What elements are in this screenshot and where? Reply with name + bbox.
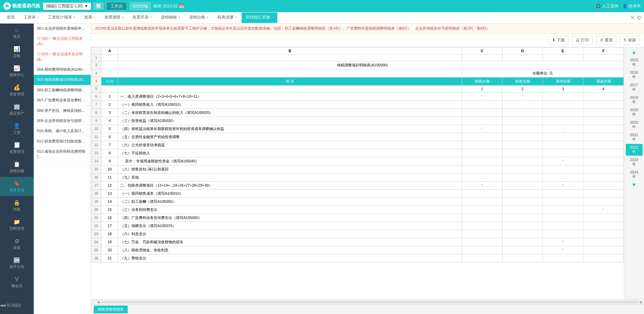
cell-project[interactable]: （八）税收滞纳金、加收利息: [118, 246, 462, 254]
left-panel-item-001[interactable]: 001-企业所得税年度纳税申...: [34, 24, 91, 34]
cell-hangci[interactable]: 18: [101, 230, 118, 238]
tab-income-tax[interactable]: 所得税汇算缴 ×: [242, 12, 277, 23]
cell-hangci[interactable]: 19: [101, 238, 118, 246]
period-selector[interactable]: 账期 2023-02 📅: [153, 3, 184, 9]
download-button[interactable]: ⬇ 下载: [548, 36, 569, 45]
cell-project[interactable]: （一）视同销售成本（填写A105010）: [118, 189, 462, 197]
cell-project[interactable]: （九）其他: [118, 173, 462, 181]
user-avatar[interactable]: 👤 徐泽华: [622, 3, 641, 9]
cell-d[interactable]: [502, 246, 543, 254]
cell[interactable]: [462, 54, 502, 61]
cell-f[interactable]: [583, 117, 624, 125]
year-item-2021[interactable]: 2021年: [626, 131, 643, 143]
cell-project[interactable]: （三）投资收益（填写A105030）: [118, 117, 462, 125]
cell-f[interactable]: [583, 173, 624, 181]
tab-inbound-check[interactable]: 进销稽核 ×: [157, 12, 184, 23]
cell-f[interactable]: [583, 214, 624, 222]
sidebar-item-vip[interactable]: V 畅会员: [0, 273, 34, 292]
copy-button[interactable]: ⬜: [94, 3, 103, 9]
cell-project[interactable]: （七）罚金、罚款和被没收财物的损失: [118, 238, 462, 246]
left-panel-item-004[interactable]: 004-期间费用明细表(A1040...: [34, 65, 91, 75]
cell-d[interactable]: [502, 206, 543, 214]
cell-f[interactable]: [583, 149, 624, 157]
left-panel-item-006[interactable]: 006-职工薪酬纳税调整明细...: [34, 85, 91, 95]
tab-close-income-tax[interactable]: ×: [271, 15, 273, 19]
cell-project[interactable]: （三）业务招待费支出: [118, 206, 462, 214]
cell-d[interactable]: [502, 141, 543, 149]
cell-c[interactable]: [462, 189, 502, 197]
cell-d[interactable]: [502, 100, 543, 108]
unpin-button[interactable]: ◀◀ 取消固定: [0, 300, 34, 311]
scroll-left-icon[interactable]: ◀: [97, 300, 100, 304]
year-item-2015[interactable]: 2015年: [626, 57, 643, 68]
cell-c[interactable]: [462, 222, 502, 230]
cell-f[interactable]: [583, 197, 624, 206]
cell[interactable]: [583, 54, 624, 61]
cell-hangci[interactable]: 9: [101, 157, 118, 165]
cell-project[interactable]: （六）利息支出: [118, 230, 462, 238]
cell-f[interactable]: [583, 133, 624, 141]
cell-d[interactable]: [502, 165, 543, 173]
tab-payroll[interactable]: 工资表 ×: [20, 12, 43, 23]
cell-project[interactable]: （四）按权益法核算长期股权投资对初始投资成本调整确认收益: [118, 125, 462, 133]
sidebar-item-settings[interactable]: ⚙ 设置: [0, 234, 34, 254]
tab-bar-settings[interactable]: ⚙: [637, 14, 641, 21]
cell-d[interactable]: [502, 214, 543, 222]
cell-project[interactable]: （一）视同销售收入（填写A105010）: [118, 100, 462, 108]
year-scroll-up-button[interactable]: ▲: [631, 49, 638, 56]
cell-project[interactable]: （五）捐赠支出（填写A105070）: [118, 222, 462, 230]
cell-d[interactable]: [502, 254, 543, 262]
cell-hangci[interactable]: 12: [101, 181, 118, 189]
scroll-track[interactable]: [101, 301, 639, 303]
cell-f[interactable]: [583, 222, 624, 230]
sidebar-item-archive[interactable]: 📁 归档管理: [0, 215, 34, 234]
year-item-2018[interactable]: 2018年: [626, 94, 643, 106]
sidebar-item-payroll[interactable]: 👤 工资: [0, 119, 34, 138]
cell-d[interactable]: [502, 181, 543, 189]
left-panel-item-011[interactable]: 011-研发费用加计扣除优惠...: [34, 136, 91, 147]
cell-d[interactable]: [502, 189, 543, 197]
horizontal-scrollbar[interactable]: ⋮ ◀ ▶: [91, 299, 644, 305]
consult-link[interactable]: 🎧 人工咨询: [596, 3, 618, 9]
cell-e[interactable]: *: [543, 157, 583, 165]
cell[interactable]: [502, 54, 543, 61]
cell[interactable]: [118, 69, 462, 77]
cell-hangci[interactable]: 17: [101, 222, 118, 230]
reset-button[interactable]: ↺ 重置: [596, 36, 616, 45]
cell-hangci[interactable]: 8: [101, 149, 118, 157]
tab-close-payroll[interactable]: ×: [37, 15, 39, 19]
cell[interactable]: [118, 54, 462, 61]
sidebar-item-reports[interactable]: 📈 报表中心: [0, 62, 34, 81]
tab-home[interactable]: 首页: [3, 12, 19, 23]
cell-c[interactable]: [462, 206, 502, 214]
sidebar-item-closing[interactable]: 🔒 结账: [0, 196, 34, 215]
sidebar-item-tax-mgmt[interactable]: 🔖 税务管理: [0, 177, 34, 196]
cell-project[interactable]: 一、收入类调整项目（2+3+4+5+6+7+8+10+11）: [118, 92, 462, 100]
tab-close-tax-clearance[interactable]: ×: [235, 15, 237, 19]
cell[interactable]: [118, 85, 462, 92]
cell-d[interactable]: [502, 173, 543, 181]
cell-c[interactable]: *: [462, 92, 502, 100]
year-item-2024[interactable]: 2024年: [626, 169, 643, 181]
cell-e[interactable]: *: [543, 238, 583, 246]
cell-f[interactable]: [583, 92, 624, 100]
cell-e[interactable]: [543, 214, 583, 222]
year-item-2020[interactable]: 2020年: [626, 119, 643, 131]
cell-f[interactable]: [583, 100, 624, 108]
cell-c[interactable]: [462, 197, 502, 206]
cell-hangci[interactable]: 13: [101, 189, 118, 197]
cell-f[interactable]: [583, 189, 624, 197]
sidebar-item-fixed-assets[interactable]: 🏢 固定资产: [0, 100, 34, 119]
print-button[interactable]: 🖨 打印: [572, 36, 593, 45]
cell-project[interactable]: （二）未按权责发生制原则确认的收入（填写A105020）: [118, 108, 462, 117]
cell-e[interactable]: [543, 92, 583, 100]
left-panel-item-008[interactable]: 008-资产折旧、摊销及纳税...: [34, 106, 91, 116]
cell-hangci[interactable]: 16: [101, 214, 118, 222]
cell-e[interactable]: [543, 189, 583, 197]
cell-hangci[interactable]: 7: [101, 141, 118, 149]
cell-hangci[interactable]: 21: [101, 254, 118, 262]
tab-invoice-open[interactable]: 发票开具 ×: [128, 12, 156, 23]
cell-e[interactable]: [543, 117, 583, 125]
bottom-sheet-tab[interactable]: 纳税调整明细表: [94, 306, 128, 313]
left-panel-item-005[interactable]: 005-纳税调整项目明细表(A1...: [34, 75, 91, 85]
